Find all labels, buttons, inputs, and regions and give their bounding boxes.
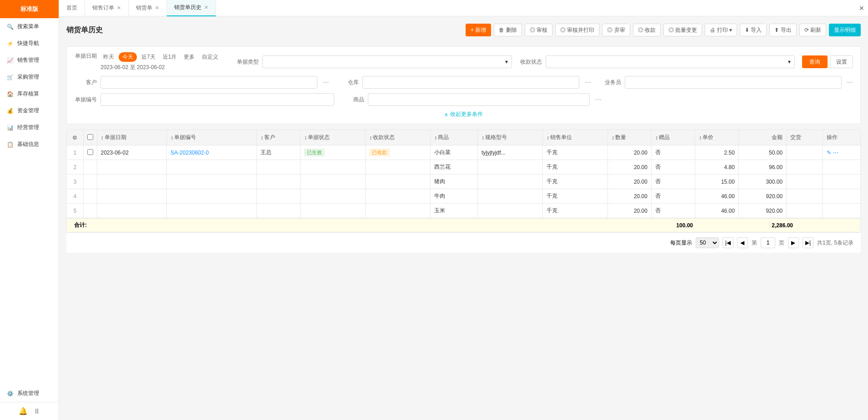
select-all-checkbox[interactable] — [87, 134, 93, 140]
goods-more-icon[interactable]: ··· — [595, 95, 601, 104]
sort-customer[interactable]: ↕ 客户 — [261, 134, 296, 141]
tab-home[interactable]: 首页 — [59, 0, 85, 16]
audit-button[interactable]: ◎ 审核 — [525, 24, 552, 36]
sort-spec[interactable]: ↕ 规格型号 — [482, 134, 539, 141]
col-collect-status[interactable]: ↕ 收款状态 — [366, 130, 431, 145]
page-input[interactable] — [761, 237, 775, 248]
col-gear[interactable]: ⚙ — [67, 130, 83, 145]
staff-more-icon[interactable]: ··· — [847, 78, 853, 86]
sidebar-item-basic[interactable]: 📋 基础信息 — [0, 136, 59, 153]
add-button[interactable]: + 新增 — [466, 24, 491, 36]
date-tag-custom[interactable]: 自定义 — [199, 52, 221, 62]
row-checkbox[interactable] — [83, 145, 97, 160]
close-all-tabs[interactable]: ✕ — [859, 5, 868, 12]
row-checkbox[interactable] — [83, 189, 97, 204]
batch-change-button[interactable]: ◎ 批量变更 — [663, 24, 702, 36]
warehouse-input[interactable] — [362, 76, 579, 89]
col-gift[interactable]: ↕ 赠品 — [651, 130, 695, 145]
col-amount[interactable]: 金额 — [738, 130, 786, 145]
row-doc-no[interactable] — [167, 189, 257, 204]
row-price: 2.50 — [695, 145, 738, 160]
customer-more-icon[interactable]: ··· — [323, 78, 329, 86]
import-button[interactable]: ⬇ 导入 — [740, 24, 767, 36]
sidebar-item-inventory[interactable]: 🏠 库存核算 — [0, 85, 59, 102]
date-tag-today[interactable]: 今天 — [119, 52, 137, 62]
sort-qty[interactable]: ↕ 数量 — [612, 134, 647, 141]
row-checkbox[interactable] — [83, 160, 97, 175]
collapse-button[interactable]: ∧ 收起更多条件 — [74, 110, 853, 118]
col-goods[interactable]: ↕ 商品 — [431, 130, 478, 145]
doc-type-select[interactable]: ▾ — [262, 55, 512, 68]
col-price[interactable]: ↕ 单价 — [695, 130, 738, 145]
delete-button[interactable]: 🗑 删除 — [494, 24, 522, 36]
tab-sales-history[interactable]: 销货单历史 ✕ — [167, 0, 216, 16]
tab-sales-order[interactable]: 销售订单 ✕ — [85, 0, 129, 16]
query-button[interactable]: 查询 — [802, 55, 828, 68]
col-spec[interactable]: ↕ 规格型号 — [477, 130, 542, 145]
staff-input[interactable] — [625, 76, 842, 89]
sidebar-item-search[interactable]: 🔍 搜索菜单 — [0, 18, 59, 35]
row-doc-no[interactable] — [167, 160, 257, 175]
sidebar-item-system[interactable]: ⚙️ 系统管理 — [0, 385, 59, 402]
row-checkbox[interactable] — [83, 175, 97, 189]
sort-doc-no[interactable]: ↕ 单据编号 — [171, 134, 253, 141]
collect-button[interactable]: ◎ 收款 — [633, 24, 661, 36]
show-detail-button[interactable]: 显示明细 — [829, 24, 861, 36]
row-doc-status — [301, 175, 366, 189]
date-tag-yesterday[interactable]: 昨天 — [100, 52, 117, 62]
col-customer[interactable]: ↕ 客户 — [257, 130, 301, 145]
sort-goods[interactable]: ↕ 商品 — [434, 134, 474, 141]
audit-print-button[interactable]: ◎ 审核并打印 — [555, 24, 599, 36]
warehouse-more-icon[interactable]: ··· — [585, 78, 591, 86]
tab-close-sales-history[interactable]: ✕ — [204, 5, 208, 10]
sort-doc-status[interactable]: ↕ 单据状态 — [304, 134, 361, 141]
date-tag-month[interactable]: 近1月 — [160, 52, 180, 62]
page-size-select[interactable]: 50 100 200 — [696, 237, 719, 248]
row-doc-no[interactable] — [167, 204, 257, 218]
sort-date[interactable]: ↕ 单据日期 — [101, 134, 163, 141]
sort-collect-status[interactable]: ↕ 收款状态 — [369, 134, 426, 141]
sort-gift[interactable]: ↕ 赠品 — [655, 134, 691, 141]
sidebar-item-purchase[interactable]: 🛒 采购管理 — [0, 69, 59, 85]
col-doc-status[interactable]: ↕ 单据状态 — [301, 130, 366, 145]
collect-status-select[interactable]: ▾ — [546, 55, 795, 68]
first-page-button[interactable]: |◀ — [722, 237, 733, 248]
footer-icon-left[interactable]: 🔔 — [19, 407, 28, 415]
footer-icon-right[interactable]: ⏸ — [33, 407, 40, 415]
sort-unit[interactable]: ↕ 销售单位 — [547, 134, 604, 141]
setting-button[interactable]: 设置 — [830, 55, 853, 68]
last-page-button[interactable]: ▶| — [803, 237, 813, 248]
col-qty[interactable]: ↕ 数量 — [607, 130, 651, 145]
row-doc-no[interactable]: SA-20230602-0 — [167, 145, 257, 160]
tab-close-sales-goods[interactable]: ✕ — [155, 5, 159, 11]
refresh-button[interactable]: ⟳ 刷新 — [799, 24, 826, 36]
sidebar-item-quicknav[interactable]: ⚡ 快捷导航 — [0, 35, 59, 52]
prev-page-button[interactable]: ◀ — [737, 237, 748, 248]
export-button[interactable]: ⬆ 导出 — [769, 24, 796, 36]
date-tag-more[interactable]: 更多 — [181, 52, 197, 62]
next-page-button[interactable]: ▶ — [788, 237, 799, 248]
col-doc-no[interactable]: ↕ 单据编号 — [167, 130, 257, 145]
row-doc-no[interactable] — [167, 175, 257, 189]
tab-close-sales-order[interactable]: ✕ — [117, 5, 121, 11]
doc-type-label: 单据类型 — [236, 58, 259, 66]
sort-price[interactable]: ↕ 单价 — [699, 134, 735, 141]
customer-input[interactable] — [100, 76, 317, 89]
tab-sales-goods[interactable]: 销货单 ✕ — [129, 0, 167, 16]
col-trade[interactable]: 交货 — [787, 130, 823, 145]
doc-no-input[interactable] — [100, 93, 334, 106]
date-tag-week[interactable]: 近7天 — [139, 52, 158, 62]
col-unit[interactable]: ↕ 销售单位 — [542, 130, 607, 145]
print-button[interactable]: 🖨 打印 ▾ — [705, 24, 737, 36]
sidebar-item-sales[interactable]: 📈 销售管理 — [0, 52, 59, 69]
col-checkbox[interactable] — [83, 130, 97, 145]
sidebar-item-operation[interactable]: 📊 经营管理 — [0, 119, 59, 136]
col-date[interactable]: ↕ 单据日期 — [97, 130, 167, 145]
goods-input[interactable] — [368, 93, 590, 106]
sidebar-item-finance[interactable]: 💰 资金管理 — [0, 102, 59, 119]
more-action[interactable]: ⋯ — [833, 150, 838, 156]
abandon-button[interactable]: ◎ 弃审 — [602, 24, 630, 36]
gear-icon[interactable]: ⚙ — [72, 135, 77, 141]
row-checkbox[interactable] — [83, 204, 97, 218]
edit-action[interactable]: ✎ — [827, 150, 831, 156]
